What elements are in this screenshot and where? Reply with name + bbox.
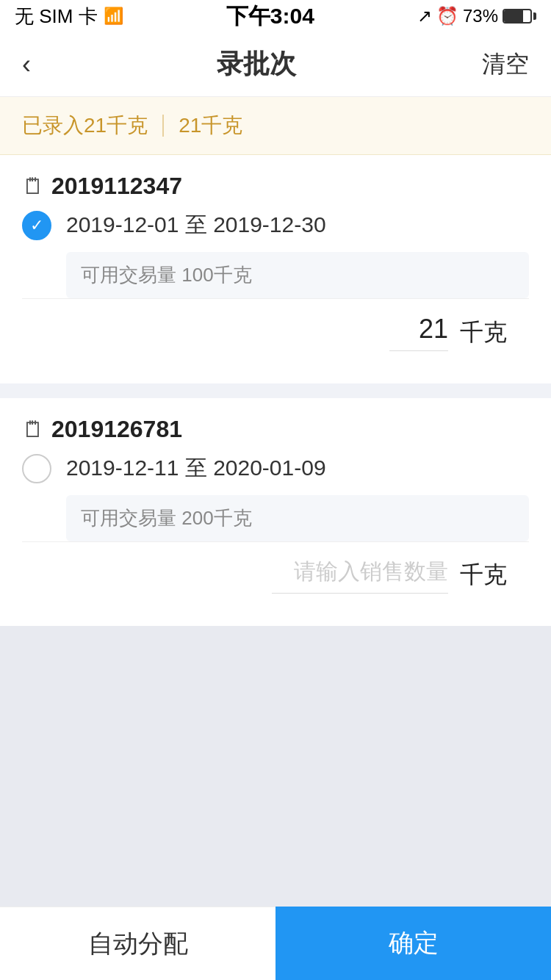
batch-1-quantity-row: 21 千克: [22, 298, 529, 366]
status-left: 无 SIM 卡 📶: [15, 4, 123, 29]
batch-1-header: 🗒 2019112347: [22, 173, 529, 200]
batch-2-header: 🗒 2019126781: [22, 416, 529, 443]
section-divider-1: [0, 383, 551, 398]
batch-1-unit: 千克: [460, 317, 507, 349]
batch-1-date: 2019-12-01 至 2019-12-30: [66, 210, 326, 240]
battery-indicator: [503, 9, 536, 24]
battery-pct: 73%: [463, 6, 498, 26]
empty-area: [0, 626, 551, 942]
batch-1-id: 2019112347: [51, 173, 182, 200]
back-button[interactable]: ‹: [22, 49, 31, 80]
page-title: 录批次: [217, 46, 296, 82]
banner-divider: [162, 115, 164, 137]
status-time: 下午3:04: [226, 1, 314, 32]
status-right: ↗ ⏰ 73%: [417, 6, 536, 26]
clear-button[interactable]: 清空: [482, 48, 529, 81]
batch-icon-2: 🗒: [22, 417, 44, 442]
confirm-button[interactable]: 确定: [276, 907, 551, 980]
nav-bar: ‹ 录批次 清空: [0, 32, 551, 97]
batch-item-2[interactable]: 🗒 2019126781 2019-12-11 至 2020-01-09 可用交…: [0, 398, 551, 626]
batch-2-quantity-row: 请输入销售数量 千克: [22, 541, 529, 608]
batch-icon-1: 🗒: [22, 174, 44, 199]
location-icon: ↗: [417, 6, 432, 26]
batch-1-availability: 可用交易量 100千克: [66, 252, 529, 298]
batch-2-unit: 千克: [460, 559, 507, 591]
batch-1-quantity-value[interactable]: 21: [389, 314, 448, 351]
recorded-amount: 21千克: [179, 112, 242, 140]
radio-check-icon: ✓: [30, 216, 43, 235]
batch-2-quantity-input[interactable]: 请输入销售数量: [272, 557, 448, 594]
status-bar: 无 SIM 卡 📶 下午3:04 ↗ ⏰ 73%: [0, 0, 551, 32]
bottom-bar: 自动分配 确定: [0, 907, 551, 980]
batch-2-radio[interactable]: [22, 454, 51, 483]
batch-2-date-row: 2019-12-11 至 2020-01-09: [22, 453, 529, 483]
alarm-icon: ⏰: [436, 6, 458, 26]
batch-item-1[interactable]: 🗒 2019112347 ✓ 2019-12-01 至 2019-12-30 可…: [0, 155, 551, 383]
batch-2-id: 2019126781: [51, 416, 182, 443]
batch-2-date: 2019-12-11 至 2020-01-09: [66, 453, 326, 483]
recorded-label: 已录入21千克: [22, 112, 148, 140]
batch-1-date-row: ✓ 2019-12-01 至 2019-12-30: [22, 210, 529, 240]
batch-1-radio[interactable]: ✓: [22, 211, 51, 240]
batch-2-availability: 可用交易量 200千克: [66, 495, 529, 541]
wifi-icon: 📶: [104, 7, 123, 26]
auto-distribute-button[interactable]: 自动分配: [0, 907, 276, 980]
info-banner: 已录入21千克 21千克: [0, 97, 551, 155]
sim-label: 无 SIM 卡: [15, 4, 98, 29]
